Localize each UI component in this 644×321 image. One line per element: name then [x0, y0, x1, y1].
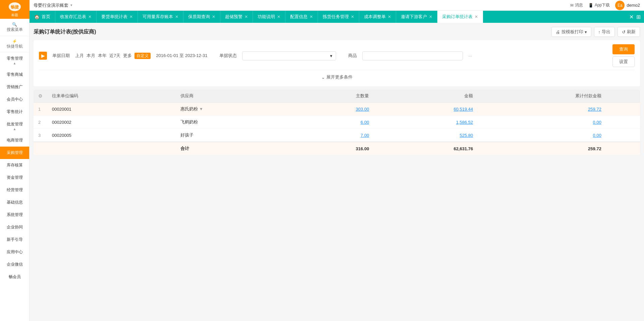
row-qty[interactable]: 303.00 [292, 103, 374, 116]
col-empty [606, 90, 640, 103]
tab-cost-adjust[interactable]: 成本调整单 ✕ [359, 11, 396, 23]
more-dots-icon[interactable]: ··· [468, 53, 472, 58]
table-row[interactable]: 1 00020001 惠氏奶粉 ▼ 303.00 60,519.44 259.7… [34, 103, 640, 116]
sidebar-item-collab[interactable]: 企业协同 [0, 221, 29, 233]
sidebar-item-retail-stats[interactable]: 零售统计 [0, 106, 29, 118]
row-unit-code: 00020002 [47, 116, 176, 129]
close-tab-icon[interactable]: ✕ [88, 14, 92, 19]
tab-func-desc[interactable]: 功能说明 ✕ [253, 11, 285, 23]
topbar: 母婴行业演示账套 ▾ ✉ 消息 📱 App下载 Ea demo2 [30, 0, 644, 11]
sidebar-item-label: 营销推广 [7, 84, 23, 90]
sidebar-item-wechat[interactable]: 企业微信 [0, 258, 29, 271]
row-paid[interactable]: 0.00 [478, 129, 606, 142]
close-tab-icon[interactable]: ✕ [351, 14, 354, 19]
tab-overstock[interactable]: 超储预警 ✕ [220, 11, 253, 23]
account-selector[interactable]: 母婴行业演示账套 ▾ [34, 2, 72, 8]
sidebar-item-wholesale[interactable]: 批发管理 ▲ [0, 118, 29, 134]
close-tab-icon[interactable]: ✕ [310, 14, 313, 19]
row-amount[interactable]: 1,586.52 [374, 116, 478, 129]
user-profile[interactable]: Ea demo2 [615, 1, 640, 10]
expand-tabs-button[interactable]: ⊞ [636, 14, 641, 20]
sidebar-item-marketing[interactable]: 营销推广 [0, 81, 29, 93]
search-label: 搜索菜单 [0, 27, 29, 33]
col-paid: 累计付款金额 [478, 90, 606, 103]
close-tab-icon[interactable]: ✕ [212, 14, 215, 19]
username-label: demo2 [627, 3, 640, 8]
close-tab-icon[interactable]: ✕ [277, 14, 280, 19]
filter-toggle-button[interactable]: ▶ [39, 52, 47, 60]
status-select[interactable]: ▾ [242, 51, 336, 60]
gear-icon[interactable]: ⚙ [38, 93, 43, 99]
tab-purchase-order-stats[interactable]: 采购订单统计表 ✕ [437, 11, 483, 23]
sidebar-item-label: 会员中心 [7, 97, 23, 102]
expand-arrow-icon[interactable]: ▼ [199, 107, 203, 111]
print-button[interactable]: 🖨 按模板打印 ▾ [551, 27, 591, 37]
table-row[interactable]: 2 00020002 飞鹤奶粉 6.00 1,586.52 0.00 [34, 116, 640, 129]
logo-icon: 畅捷 [8, 1, 21, 12]
chevron-down-icon: ▾ [330, 53, 332, 58]
sidebar-item-inventory[interactable]: 库存核算 [0, 159, 29, 171]
col-supplier: 供应商 [176, 90, 292, 103]
tab-expiry[interactable]: 保质期查询 ✕ [183, 11, 220, 23]
tab-label: 可用量库存账本 [143, 14, 173, 20]
query-button[interactable]: 查询 [612, 44, 635, 54]
goods-filter-label: 商品 [348, 53, 357, 59]
footer-label: 合计 [176, 142, 292, 155]
row-amount[interactable]: 525.80 [374, 129, 478, 142]
date-opt-more[interactable]: 更多 [123, 53, 132, 59]
date-opt-last-month[interactable]: 上月 [75, 53, 84, 59]
date-custom-badge[interactable]: 自定义 [135, 53, 151, 59]
col-qty: 主数量 [292, 90, 374, 103]
close-tab-icon[interactable]: ✕ [429, 14, 432, 19]
refresh-button[interactable]: ↺ 刷新 [618, 27, 640, 37]
tab-order-stats[interactable]: 要货单统计表 ✕ [97, 11, 138, 23]
date-opt-this-year[interactable]: 本年 [98, 53, 107, 59]
home-icon: 🏠 [34, 14, 40, 19]
close-all-tabs-button[interactable]: ✕ [629, 14, 634, 20]
table-row[interactable]: 3 00020005 好孩子 7.00 525.80 0.00 [34, 129, 640, 142]
sidebar-item-guide[interactable]: 新手引导 [0, 233, 29, 246]
row-paid[interactable]: 0.00 [478, 116, 606, 129]
close-tab-icon[interactable]: ✕ [245, 14, 248, 19]
tab-home[interactable]: 🏠 首页 [30, 11, 55, 23]
sidebar-item-member2[interactable]: 畅会员 [0, 271, 29, 283]
date-opt-this-month[interactable]: 本月 [87, 53, 95, 59]
row-qty[interactable]: 7.00 [292, 129, 374, 142]
sidebar-search[interactable]: 🔍 搜索菜单 [0, 19, 29, 36]
tab-invite-customer[interactable]: 邀请下游客户 ✕ [396, 11, 437, 23]
sidebar-item-basic-info[interactable]: 基础信息 [0, 196, 29, 209]
tab-stock-summary[interactable]: 收发存汇总表 ✕ [55, 11, 97, 23]
sidebar-item-retail-mall[interactable]: 零售商城 [0, 68, 29, 81]
sidebar-item-ecommerce[interactable]: 电商管理 [0, 134, 29, 147]
sidebar-quicknav[interactable]: ⚡ 快捷导航 [0, 36, 29, 52]
row-qty[interactable]: 6.00 [292, 116, 374, 129]
footer-amount: 62,631.76 [374, 142, 478, 155]
message-icon: ✉ [570, 3, 574, 8]
message-button[interactable]: ✉ 消息 [570, 2, 583, 8]
sidebar-item-system[interactable]: 系统管理 [0, 209, 29, 221]
tab-pick-task[interactable]: 拣货任务管理 ✕ [318, 11, 359, 23]
close-tab-icon[interactable]: ✕ [388, 14, 391, 19]
close-tab-icon[interactable]: ✕ [175, 14, 178, 19]
chevron-down-icon: ⌄ [321, 75, 325, 80]
goods-filter-input[interactable] [362, 51, 463, 60]
sidebar-item-purchase[interactable]: 采购管理 [0, 147, 29, 159]
sidebar-item-operations[interactable]: 经营管理 [0, 184, 29, 196]
sidebar-item-finance[interactable]: 资金管理 [0, 171, 29, 184]
expand-filter-button[interactable]: ⌄ 展开更多条件 [321, 72, 353, 82]
sidebar-item-appstore[interactable]: 应用中心 [0, 246, 29, 258]
sidebar-item-member[interactable]: 会员中心 [0, 93, 29, 106]
tab-available-stock[interactable]: 可用量库存账本 ✕ [138, 11, 183, 23]
col-gear: ⚙ [34, 90, 47, 103]
close-tab-icon[interactable]: ✕ [475, 14, 478, 19]
export-button[interactable]: ↑ 导出 [594, 27, 615, 37]
close-tab-icon[interactable]: ✕ [129, 14, 133, 19]
tab-label: 采购订单统计表 [442, 14, 473, 20]
settings-button[interactable]: 设置 [612, 56, 635, 67]
app-download-button[interactable]: 📱 App下载 [588, 2, 610, 8]
row-paid[interactable]: 259.72 [478, 103, 606, 116]
row-amount[interactable]: 60,519.44 [374, 103, 478, 116]
sidebar-item-retail-mgmt[interactable]: 零售管理 ▲ [0, 52, 29, 68]
tab-config[interactable]: 配置信息 ✕ [285, 11, 318, 23]
date-opt-7days[interactable]: 近7天 [109, 53, 120, 59]
